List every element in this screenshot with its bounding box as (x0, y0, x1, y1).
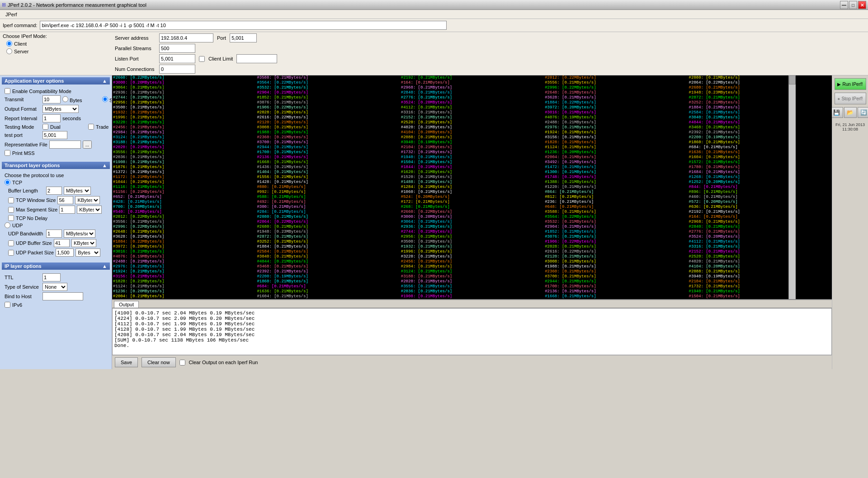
data-line: #2984: [0.21MBytes/s] (400, 264, 544, 269)
port-input[interactable] (230, 33, 257, 42)
udp-buffer-input[interactable] (54, 239, 70, 247)
server-radio[interactable] (6, 48, 12, 54)
app-layer-header[interactable]: Application layer options ▲ (2, 77, 110, 84)
open-icon-button[interactable]: 📂 (844, 107, 857, 118)
report-interval-label: Report Interval (5, 116, 41, 121)
compat-mode-checkbox[interactable] (5, 88, 10, 94)
client-limit-checkbox[interactable] (199, 56, 205, 62)
run-label: Run IPerf! (842, 82, 863, 87)
maximize-button[interactable]: □ (849, 1, 857, 9)
client-limit-input[interactable] (236, 54, 277, 63)
data-line: #2152: [0.21MBytes/s] (688, 249, 832, 254)
data-line: #460: [0.21MBytes/s] (688, 195, 832, 200)
transmit-input[interactable] (42, 95, 61, 103)
rep-file-browse-button[interactable]: ... (83, 141, 92, 149)
data-line: #2064: [0.22MBytes/s] (688, 80, 832, 85)
udp-radio[interactable] (5, 222, 10, 228)
data-line: #1124: [0.21MBytes/s] (544, 145, 688, 150)
parallel-streams-input[interactable] (159, 44, 195, 53)
buffer-length-unit[interactable]: MBytes (64, 187, 91, 195)
data-line: #4112: [0.21MBytes/s] (400, 105, 544, 110)
output-text-area[interactable]: [4100] 0.0-10.7 sec 2.04 MBytes 0.19 MBy… (112, 308, 832, 355)
max-seg-input[interactable] (59, 206, 75, 214)
udp-packet-unit[interactable]: Bytes (75, 248, 100, 257)
buffer-length-input[interactable] (46, 187, 62, 195)
data-line: #1988: [0.21MBytes/s] (544, 264, 688, 269)
output-tab-bar: Output (112, 300, 832, 308)
udp-buffer-checkbox[interactable] (8, 240, 14, 246)
tcp-window-checkbox[interactable] (8, 197, 14, 203)
compat-mode-label: Enable Compatibility Mode (12, 89, 71, 94)
ttl-row: TTL (5, 273, 107, 281)
data-line: #164: [0.21MBytes/s] (688, 215, 832, 220)
max-seg-unit[interactable]: KBytes (77, 206, 102, 214)
data-line: #1636: [0.21MBytes/s] (688, 150, 832, 155)
save-icon-button[interactable]: 💾 (830, 107, 843, 118)
listen-port-label: Listen Port (115, 56, 156, 61)
ip-layer-header[interactable]: IP layer options ▲ (2, 262, 110, 270)
menu-item-jperf[interactable]: JPerf (2, 11, 21, 18)
max-seg-checkbox[interactable] (8, 207, 14, 213)
data-line: #3156: [0.21MBytes/s] (112, 274, 256, 279)
minimize-button[interactable]: — (840, 1, 848, 9)
clear-now-button[interactable]: Clear now (142, 357, 176, 367)
bytes-radio[interactable] (62, 96, 68, 102)
ttl-input[interactable] (42, 273, 61, 281)
data-line: #2520: [0.21MBytes/s] (400, 120, 544, 125)
transport-layer-header[interactable]: Transport layer options ▲ (2, 162, 110, 169)
dual-checkbox[interactable] (42, 124, 48, 130)
tcp-window-unit[interactable]: KBytes (75, 196, 100, 204)
rep-file-input[interactable] (49, 141, 81, 149)
stop-iperf-button[interactable]: ● Stop IPerf! (835, 93, 866, 104)
scrollbar-thumb[interactable] (789, 75, 796, 84)
report-interval-input[interactable] (42, 114, 61, 122)
server-address-input[interactable] (159, 33, 213, 42)
data-line: #3492: [0.21MBytes/s] (544, 160, 688, 165)
iperf-command-input[interactable] (40, 21, 447, 30)
tcp-window-input[interactable] (57, 196, 73, 204)
trade-checkbox[interactable] (88, 124, 94, 130)
test-port-input[interactable] (42, 131, 67, 139)
udp-packet-checkbox[interactable] (8, 250, 14, 256)
test-port-label: test port (5, 132, 41, 138)
data-line: #1284: [0.21MBytes/s] (400, 185, 544, 190)
udp-packet-input[interactable] (56, 248, 74, 257)
udp-bandwidth-input[interactable] (46, 230, 62, 238)
tcp-window-label: TCP Window Size (16, 197, 56, 203)
refresh-icon-button[interactable]: 🔄 (858, 107, 868, 118)
tcp-nodelay-checkbox[interactable] (8, 215, 14, 221)
data-line: #4104: [0.20MBytes/s] (688, 264, 832, 269)
save-button[interactable]: Save (115, 357, 138, 367)
client-radio[interactable] (6, 41, 12, 47)
title-bar: ⊞ JPerf 2.0.2 - Network performance meas… (0, 0, 868, 10)
data-line: #3316: [0.21MBytes/s] (688, 244, 832, 249)
ipv6-checkbox[interactable] (5, 302, 10, 308)
data-line: #1884: [0.21MBytes/s] (688, 105, 832, 110)
data-line: #2104: [0.21MBytes/s] (400, 145, 544, 150)
data-line: #864: [0.21MBytes/s] (544, 190, 688, 195)
clear-output-checkbox[interactable] (179, 360, 185, 366)
data-output-area: #2660: [0.22MBytes/s]#3000: [0.20MBytes/… (112, 75, 832, 299)
num-connections-input[interactable] (159, 65, 195, 74)
data-line: #4044: [0.21MBytes/s] (688, 120, 832, 125)
udp-bandwidth-row: UDP Bandwidth MBytes/sec (8, 230, 107, 238)
print-mss-checkbox[interactable] (5, 150, 10, 156)
bind-host-input[interactable] (42, 292, 83, 300)
output-format-select[interactable]: MBytesKBytesBytes (42, 105, 79, 113)
udp-bandwidth-unit[interactable]: MBytes/sec (64, 230, 95, 238)
data-line: #204: [0.21MBytes/s] (256, 210, 400, 215)
print-mss-label: Print MSS (12, 150, 35, 156)
tos-select[interactable]: None (42, 283, 67, 291)
seconds-radio[interactable] (102, 96, 108, 102)
tcp-window-row: TCP Window Size KBytes (8, 196, 107, 204)
close-button[interactable]: ✕ (858, 1, 866, 9)
data-line: #1700: [0.21MBytes/s] (544, 284, 688, 289)
vertical-scrollbar[interactable] (788, 75, 796, 299)
data-line: #3252: [0.21MBytes/s] (256, 239, 400, 244)
udp-buffer-unit[interactable]: KBytes (71, 239, 96, 247)
run-iperf-button[interactable]: ▶ Run IPerf! (835, 78, 866, 90)
output-tab[interactable]: Output (114, 301, 139, 308)
data-line: #3524: [0.20MBytes/s] (688, 234, 832, 239)
tcp-radio[interactable] (5, 179, 10, 185)
listen-port-input[interactable] (159, 54, 195, 63)
